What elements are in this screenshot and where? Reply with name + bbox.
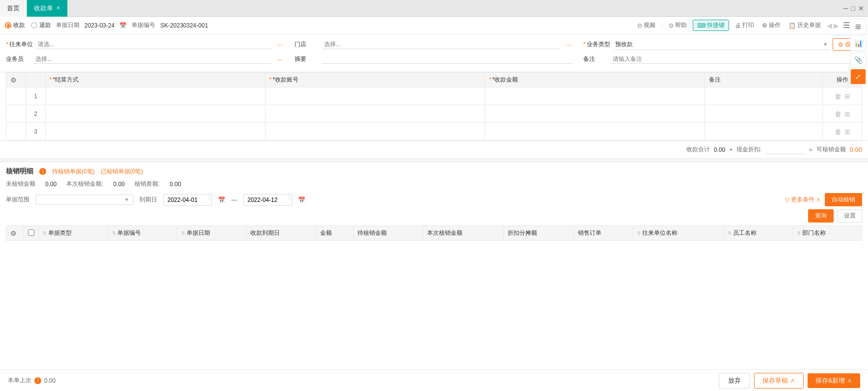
history-btn[interactable]: 📋 历史单据 bbox=[787, 20, 823, 30]
summary-label: 摘要 bbox=[295, 55, 319, 63]
business-type-label: 业务类型 bbox=[583, 40, 610, 49]
sidebar-expand-btn[interactable]: ⤢ bbox=[850, 69, 866, 84]
current-cancel-label: 本次核销金额: bbox=[66, 180, 103, 188]
row1-notes[interactable] bbox=[705, 87, 822, 105]
maximize-icon[interactable]: □ bbox=[851, 4, 855, 12]
row2-copy-icon[interactable]: ⊞ bbox=[844, 110, 850, 118]
sidebar-attachment-btn[interactable]: 📎 bbox=[850, 52, 866, 68]
business-type-select[interactable]: 预收款 ▼ bbox=[613, 39, 830, 50]
more-conditions-btn[interactable]: ▽ 更多条件 ∧ bbox=[785, 196, 821, 204]
date-from-input[interactable] bbox=[163, 194, 212, 206]
next-arrow[interactable]: ▶ bbox=[834, 22, 839, 29]
table-settings-icon[interactable]: ⚙ bbox=[10, 76, 17, 84]
row1-settlement[interactable] bbox=[46, 87, 266, 105]
auto-cancel-btn[interactable]: 自动核销 bbox=[825, 193, 862, 206]
toolbar-actions: ⊙ 视频 | ⊙ 帮助 ⌨ 快捷键 🖨 打印 ⚙ 操作 📋 历史单据 ◀ ▶ ☰… bbox=[635, 20, 863, 31]
tab-home[interactable]: 首页 bbox=[0, 0, 27, 17]
help-btn[interactable]: ⊙ 帮助 bbox=[667, 20, 689, 30]
bt-settings-icon[interactable]: ⚙ bbox=[10, 229, 17, 237]
prev-arrow[interactable]: ◀ bbox=[827, 22, 832, 29]
row2-settlement[interactable] bbox=[46, 105, 266, 123]
shop-field: 门店 ··· bbox=[295, 40, 573, 49]
sidebar-table-btn[interactable]: ⊞ bbox=[850, 19, 866, 34]
table-row: 2 🗑 ⊞ bbox=[6, 105, 862, 123]
table-row: 1 🗑 ⊞ bbox=[6, 87, 862, 105]
diff-value: 0.00 bbox=[169, 181, 181, 188]
summary-input[interactable] bbox=[322, 55, 573, 64]
print-btn[interactable]: 🖨 打印 bbox=[733, 20, 756, 30]
notes-input[interactable] bbox=[611, 55, 862, 64]
radio-refund[interactable]: 退款 bbox=[31, 21, 51, 29]
row3-copy-icon[interactable]: ⊞ bbox=[844, 128, 850, 136]
row2-delete-icon[interactable]: 🗑 bbox=[835, 110, 841, 118]
minimize-icon[interactable]: ─ bbox=[843, 4, 848, 12]
bt-col-bill-no: ⇅ 单据编号 bbox=[108, 226, 177, 241]
row1-copy-icon[interactable]: ⊞ bbox=[844, 92, 850, 100]
business-type-arrow: ▼ bbox=[823, 42, 828, 47]
business-type-field: 业务类型 预收款 ▼ ⚙ 设置 bbox=[583, 38, 862, 51]
discount-input[interactable] bbox=[766, 145, 805, 154]
filter-settings-btn[interactable]: 设置 bbox=[838, 209, 862, 223]
staff-more[interactable]: ··· bbox=[275, 56, 285, 63]
plus-sign: + bbox=[729, 146, 732, 153]
diff-label: 核销差额: bbox=[135, 180, 160, 188]
tab-close-icon[interactable]: ✕ bbox=[56, 5, 60, 11]
filter-bar: 单据范围 ▼ 到期日 📅 — 📅 ▽ 更多条件 ∧ 自动核销 bbox=[6, 193, 862, 206]
operation-btn[interactable]: ⚙ 操作 bbox=[760, 20, 783, 30]
abandon-btn[interactable]: 放弃 bbox=[719, 373, 750, 389]
shop-input[interactable] bbox=[322, 40, 561, 49]
row2-account[interactable] bbox=[265, 105, 485, 123]
range-dropdown[interactable]: ▼ bbox=[35, 195, 134, 205]
save-draft-btn[interactable]: 保存草稿 ∧ bbox=[754, 373, 804, 389]
row3-delete-icon[interactable]: 🗑 bbox=[835, 128, 841, 136]
range-label: 单据范围 bbox=[6, 196, 29, 204]
completed-tab-link[interactable]: 已核销单据(0笔) bbox=[101, 168, 143, 176]
tab-receipt-label: 收款单 bbox=[34, 4, 53, 13]
pending-tab-link[interactable]: 待核销单据(0笔) bbox=[52, 168, 95, 176]
bt-col-staff: ⇅ 员工名称 bbox=[723, 226, 792, 241]
shortcut-btn[interactable]: ⌨ 快捷键 bbox=[693, 20, 729, 31]
row3-account[interactable] bbox=[265, 123, 485, 140]
row2-notes[interactable] bbox=[705, 105, 822, 123]
form-area: 往来单位 ··· 门店 ··· 业务类型 预收款 ▼ ⚙ 设置 bbox=[0, 34, 868, 72]
row2-num: 2 bbox=[26, 105, 46, 123]
bt-col-bill-type: ⇅ 单据类型 bbox=[39, 226, 108, 241]
bt-select-all[interactable] bbox=[28, 229, 34, 236]
row1-account[interactable] bbox=[265, 87, 485, 105]
row3-amount[interactable] bbox=[485, 123, 705, 140]
row3-notes[interactable] bbox=[705, 123, 822, 140]
video-btn[interactable]: ⊙ 视频 bbox=[635, 20, 657, 30]
form-row-2: 业务员 ··· 摘要 备注 bbox=[6, 55, 862, 64]
footer: 本单上次 i 0.00 放弃 保存草稿 ∧ 保存&新增 ∧ bbox=[0, 369, 868, 391]
row1-amount[interactable] bbox=[485, 87, 705, 105]
cal-from-icon[interactable]: 📅 bbox=[218, 196, 225, 203]
footer-info-icon[interactable]: i bbox=[34, 377, 41, 384]
date-to-input[interactable] bbox=[243, 194, 292, 206]
close-window-icon[interactable]: ✕ bbox=[858, 4, 864, 12]
row2-amount[interactable] bbox=[485, 105, 705, 123]
query-btn[interactable]: 查询 bbox=[808, 209, 834, 223]
info-icon[interactable]: i bbox=[39, 168, 46, 175]
radio-receipt[interactable]: 收款 bbox=[5, 21, 25, 29]
bill-no-label: 单据编号 bbox=[132, 21, 155, 29]
counter-party-more[interactable]: ··· bbox=[275, 41, 285, 49]
tab-bar: 首页 收款单 ✕ ─ □ ✕ bbox=[0, 0, 868, 17]
calendar-icon[interactable]: 📅 bbox=[119, 22, 127, 29]
cal-to-icon[interactable]: 📅 bbox=[298, 196, 305, 203]
receipt-type-radio: 收款 退款 bbox=[5, 21, 51, 29]
shop-more[interactable]: ··· bbox=[564, 41, 573, 49]
row1-delete-icon[interactable]: 🗑 bbox=[835, 92, 841, 100]
save-new-btn[interactable]: 保存&新增 ∧ bbox=[808, 373, 860, 388]
radio-dot-receipt bbox=[5, 22, 11, 28]
total-value: 0.00 bbox=[714, 146, 725, 153]
sort-bill-no-icon: ⇅ bbox=[112, 230, 116, 236]
available-label: 可核销金额 bbox=[816, 145, 846, 154]
row3-settlement[interactable] bbox=[46, 123, 266, 140]
verification-title: 核销明细 bbox=[6, 167, 33, 176]
sidebar-chart-btn[interactable]: 📊 bbox=[850, 35, 866, 51]
staff-input[interactable] bbox=[33, 55, 272, 64]
summary-field: 摘要 bbox=[295, 55, 573, 64]
top-toolbar: 收款 退款 单据日期 2023-03-24 📅 单据编号 SK-20230324… bbox=[0, 17, 868, 34]
counter-party-input[interactable] bbox=[36, 40, 272, 49]
tab-receipt[interactable]: 收款单 ✕ bbox=[27, 0, 68, 17]
